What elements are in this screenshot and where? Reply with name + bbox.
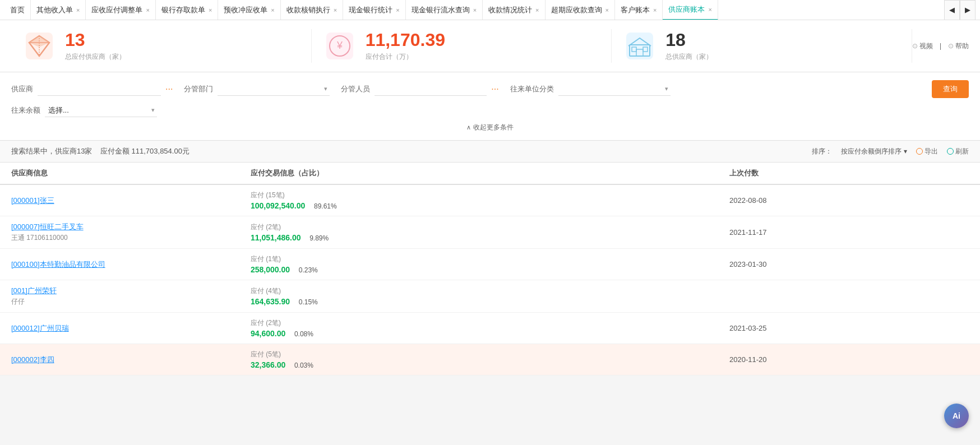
supplier-link[interactable]: [001]广州荣轩 — [11, 286, 251, 296]
nav-close-advance-offset[interactable]: × — [271, 7, 274, 13]
last-pay-col: 2021-11-17 — [729, 228, 969, 237]
svg-text:¥: ¥ — [336, 40, 343, 51]
supplier-info-col: [000007]恒旺二手叉车 王通 17106110000 — [11, 222, 251, 243]
table-row: [000007]恒旺二手叉车 王通 17106110000 应付 (2笔) 11… — [0, 216, 980, 249]
search-row-2: 往来余额 选择... ▾ — [11, 104, 969, 117]
nav-arrow-left[interactable]: ◀ — [944, 0, 960, 20]
export-button[interactable]: 导出 — [916, 147, 938, 156]
chevron-up-icon: ∧ — [466, 124, 471, 131]
payable-info-col: 应付 (5笔) 32,366.00 0.03% — [251, 350, 729, 369]
department-select-wrapper: ▾ — [218, 82, 330, 96]
card3-label: 总供应商（家） — [665, 52, 713, 62]
nav-close-receipt-stat[interactable]: × — [535, 7, 539, 13]
nav-customer-ledger[interactable]: 客户账本 × — [615, 0, 663, 20]
unit-type-label: 往来单位分类 — [510, 84, 554, 94]
supplier-dots-icon[interactable]: ··· — [165, 84, 173, 94]
sort-dropdown[interactable]: 按应付余额倒序排序 ▾ — [841, 147, 907, 156]
refresh-button[interactable]: 刷新 — [947, 147, 969, 156]
card2-content: 11,170.39 应付合计（万） — [366, 30, 445, 62]
col-header-supplier: 供应商信息 — [11, 168, 251, 178]
payable-info-col: 应付 (4笔) 164,635.90 0.15% — [251, 286, 729, 306]
card2-number: 11,170.39 — [366, 30, 445, 50]
card3-content: 18 总供应商（家） — [665, 30, 713, 62]
manager-input[interactable] — [375, 82, 487, 96]
unit-type-select[interactable] — [558, 82, 671, 95]
nav-overdue-ar[interactable]: 超期应收款查询 × — [546, 0, 615, 20]
results-bar: 搜索结果中，供应商13家 应付金额 111,703,854.00元 排序： 按应… — [0, 141, 980, 163]
nav-advance-offset[interactable]: 预收冲应收单 × — [218, 0, 280, 20]
supplier-link[interactable]: [000012]广州贝瑞 — [11, 323, 251, 333]
nav-arrow-right[interactable]: ▶ — [960, 0, 976, 20]
supplier-info-col: [000002]李四 — [11, 355, 251, 365]
manager-dots-icon[interactable]: ··· — [491, 84, 498, 94]
card1-number: 13 — [65, 30, 126, 50]
nav-close-cash-bank-stat[interactable]: × — [396, 7, 399, 13]
star-icon: ¥ — [323, 29, 357, 63]
nav-close-ar-ap-adjust[interactable]: × — [146, 7, 149, 13]
summary-area: 13 总应付供应商（家） ¥ 11,170.39 应付合计（万） — [0, 20, 980, 72]
supplier-link[interactable]: [000007]恒旺二手叉车 — [11, 222, 251, 232]
search-area: 供应商 ··· 分管部门 ▾ 分管人员 ··· 往来单位分类 — [0, 72, 980, 141]
nav-other-income[interactable]: 其他收入单 × — [31, 0, 86, 20]
top-right-links: ⊙ 视频 | ⊙ 帮助 — [912, 41, 969, 51]
card1-content: 13 总应付供应商（家） — [65, 30, 126, 62]
nav-close-receipt-verify[interactable]: × — [334, 7, 337, 13]
manager-label: 分管人员 — [341, 84, 370, 94]
help-icon: ⊙ — [948, 42, 954, 50]
nav-ar-ap-adjust[interactable]: 应收应付调整单 × — [86, 0, 155, 20]
balance-select[interactable]: 选择... — [45, 104, 157, 117]
nav-receipt-verify[interactable]: 收款核销执行 × — [281, 0, 343, 20]
nav-receipt-stat[interactable]: 收款情况统计 × — [483, 0, 545, 20]
department-select[interactable] — [218, 82, 330, 95]
search-row-1: 供应商 ··· 分管部门 ▾ 分管人员 ··· 往来单位分类 — [11, 80, 969, 98]
supplier-link[interactable]: [000002]李四 — [11, 355, 251, 365]
last-pay-col: 2021-03-25 — [729, 324, 969, 332]
payable-percent: 0.23% — [299, 266, 318, 274]
payable-amount: 11,051,486.00 — [251, 233, 301, 242]
query-button[interactable]: 查询 — [932, 80, 969, 98]
payable-percent: 89.61% — [314, 202, 337, 210]
nav-close-customer-ledger[interactable]: × — [653, 7, 657, 13]
collapse-button[interactable]: ∧ 收起更多条件 — [466, 123, 514, 132]
refresh-dot-icon — [947, 148, 954, 155]
supplier-link[interactable]: [000100]本特勤油品有限公司 — [11, 259, 251, 270]
supplier-info-col: [000100]本特勤油品有限公司 — [11, 259, 251, 270]
payable-amount: 32,366.00 — [251, 360, 285, 369]
nav-close-other-income[interactable]: × — [76, 7, 80, 13]
nav-cash-bank-flow[interactable]: 现金银行流水查询 × — [406, 0, 483, 20]
table-row: [000001]张三 应付 (15笔) 100,092,540.00 89.61… — [0, 185, 980, 216]
supplier-label: 供应商 — [11, 84, 33, 94]
search-field-department: 分管部门 ▾ — [184, 82, 330, 96]
summary-card-total-suppliers: 18 总供应商（家） — [612, 29, 912, 63]
divider: | — [940, 42, 941, 50]
nav-cash-bank-stat[interactable]: 现金银行统计 × — [343, 0, 405, 20]
payable-percent: 0.08% — [294, 330, 313, 338]
export-dot-icon — [916, 148, 923, 155]
results-actions: 排序： 按应付余额倒序排序 ▾ 导出 刷新 — [812, 147, 969, 156]
payable-amount: 94,600.00 — [251, 329, 285, 338]
nav-supplier-ledger[interactable]: 供应商账本 × — [663, 0, 718, 20]
nav-close-supplier-ledger[interactable]: × — [708, 6, 711, 13]
nav-bank-deposit[interactable]: 银行存取款单 × — [156, 0, 218, 20]
card2-label: 应付合计（万） — [366, 52, 445, 62]
supplier-link[interactable]: [000001]张三 — [11, 196, 251, 206]
department-label: 分管部门 — [184, 84, 213, 94]
payable-info-col: 应付 (2笔) 11,051,486.00 9.89% — [251, 222, 729, 242]
table-row: [000002]李四 应付 (5笔) 32,366.00 0.03% 2020-… — [0, 344, 980, 376]
col-header-lastpay: 上次付数 — [729, 168, 969, 178]
last-pay-col: 2020-11-20 — [729, 355, 969, 364]
video-link[interactable]: ⊙ 视频 — [912, 41, 933, 51]
table-area: 供应商信息 应付交易信息（占比） 上次付数 [000001]张三 应付 (15笔… — [0, 163, 980, 376]
nav-close-overdue-ar[interactable]: × — [605, 7, 609, 13]
last-pay-col: 2022-08-08 — [729, 196, 969, 205]
supplier-input[interactable] — [38, 82, 161, 96]
nav-close-cash-bank-flow[interactable]: × — [473, 7, 477, 13]
nav-home[interactable]: 首页 — [4, 0, 31, 20]
nav-close-bank-deposit[interactable]: × — [209, 7, 212, 13]
supplier-info-col: [001]广州荣轩 仔仔 — [11, 286, 251, 307]
help-link[interactable]: ⊙ 帮助 — [948, 41, 969, 51]
payable-percent: 0.15% — [299, 298, 318, 306]
results-summary: 搜索结果中，供应商13家 应付金额 111,703,854.00元 — [11, 146, 189, 156]
unit-type-select-wrapper: ▾ — [558, 82, 671, 96]
supplier-info-col: [000001]张三 — [11, 196, 251, 206]
